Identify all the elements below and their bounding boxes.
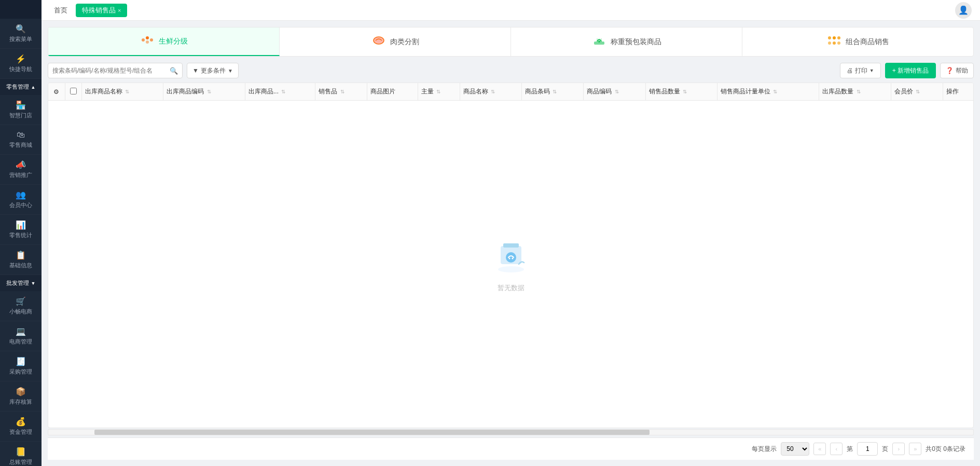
help-button[interactable]: ❓ 帮助	[940, 63, 974, 78]
scrollbar-thumb[interactable]	[94, 430, 650, 435]
cat-label-combo: 组合商品销售	[846, 37, 889, 47]
sidebar-item-finance[interactable]: 💰 资金管理	[0, 412, 42, 442]
svg-point-1	[146, 36, 149, 39]
marketing-icon: 📣	[16, 160, 26, 170]
sidebar-item-retail-mgmt[interactable]: 零售管理 ▲	[0, 79, 42, 95]
table-wrapper: ⚙ 出库商品名称 ⇅ 出库商品编码 ⇅ 出库商品... ⇅	[48, 83, 974, 428]
page-size-select[interactable]: 50 10 20 100	[781, 442, 809, 456]
col-out-goods-spec[interactable]: 出库商品... ⇅	[245, 83, 315, 101]
svg-point-0	[142, 38, 145, 42]
basic-info-icon: 📋	[16, 250, 26, 260]
meat-cut-icon	[371, 35, 386, 48]
sidebar: 🔍 搜索菜单 ⚡ 快捷导航 零售管理 ▲ 🏪 智慧门店 🛍 零售商城 📣 营销推…	[0, 0, 42, 466]
close-tab-icon[interactable]: ×	[118, 7, 121, 13]
page-prev-button[interactable]: ‹	[830, 443, 843, 455]
user-avatar[interactable]: 👤	[955, 2, 972, 19]
col-goods-barcode[interactable]: 商品条码 ⇅	[522, 83, 584, 101]
sidebar-item-smart-store[interactable]: 🏪 智慧门店	[0, 95, 42, 125]
svg-point-20	[512, 258, 513, 259]
col-out-qty[interactable]: 出库品数量 ⇅	[819, 83, 891, 101]
svg-point-12	[828, 42, 831, 45]
sidebar-item-basic-info[interactable]: 📋 基础信息	[0, 245, 42, 275]
sort-icon: ⇅	[125, 89, 129, 94]
svg-point-4	[374, 37, 384, 44]
sidebar-item-inventory[interactable]: 📦 库存核算	[0, 381, 42, 412]
filter-button[interactable]: ▼ 更多条件 ▼	[187, 63, 239, 78]
col-sales-goods[interactable]: 销售品 ⇅	[315, 83, 367, 101]
tab-home[interactable]: 首页	[50, 4, 72, 17]
cat-label-fresh-grade: 生鲜分级	[159, 37, 188, 46]
print-button[interactable]: 🖨 打印 ▼	[840, 63, 881, 78]
sidebar-logo	[0, 0, 42, 19]
page-last-button[interactable]: »	[909, 443, 921, 455]
smart-store-icon: 🏪	[16, 100, 26, 110]
sidebar-item-member-center[interactable]: 👥 会员中心	[0, 185, 42, 215]
svg-point-6	[598, 40, 600, 43]
col-member-price[interactable]: 会员价 ⇅	[891, 83, 943, 101]
tab-special-sales[interactable]: 特殊销售品 ×	[76, 4, 127, 17]
page-label: 第	[847, 445, 853, 454]
col-out-goods-code[interactable]: 出库商品编码 ⇅	[163, 83, 245, 101]
page-next-button[interactable]: ›	[892, 443, 905, 455]
sort-icon: ⇅	[773, 89, 777, 94]
ecom-mgmt-icon: 💻	[16, 326, 26, 336]
col-goods-name[interactable]: 商品名称 ⇅	[460, 83, 521, 101]
sidebar-item-wholesale-mgmt[interactable]: 批发管理 ▼	[0, 275, 42, 291]
sort-icon: ⇅	[281, 89, 285, 94]
member-center-icon: 👥	[16, 190, 26, 200]
print-icon: 🖨	[847, 67, 853, 74]
sidebar-item-ledger[interactable]: 📒 总账管理	[0, 442, 42, 466]
toolbar-left: 🔍 ▼ 更多条件 ▼	[48, 63, 239, 78]
horizontal-scrollbar[interactable]	[48, 429, 974, 435]
page-number-input[interactable]	[857, 442, 878, 456]
toolbar: 🔍 ▼ 更多条件 ▼ 🖨 打印 ▼ + 新增销售品 ❓	[48, 63, 974, 78]
table-header-row: ⚙ 出库商品名称 ⇅ 出库商品编码 ⇅ 出库商品... ⇅	[48, 83, 973, 101]
sidebar-item-retail-mall[interactable]: 🛍 零售商城	[0, 125, 42, 155]
sidebar-item-mini-ecom[interactable]: 🛒 小畅电商	[0, 291, 42, 321]
data-table: ⚙ 出库商品名称 ⇅ 出库商品编码 ⇅ 出库商品... ⇅	[48, 83, 973, 101]
svg-point-13	[833, 42, 836, 45]
cat-tab-combo[interactable]: 组合商品销售	[742, 28, 973, 56]
col-sales-qty[interactable]: 销售品数量 ⇅	[645, 83, 717, 101]
svg-rect-17	[503, 243, 519, 248]
sort-icon: ⇅	[857, 89, 861, 94]
sidebar-item-search[interactable]: 🔍 搜索菜单	[0, 19, 42, 49]
sidebar-item-purchase-mgmt[interactable]: 🧾 采购管理	[0, 351, 42, 381]
col-weight[interactable]: 主量 ⇅	[418, 83, 460, 101]
category-tabs: 生鲜分级 肉类分割	[48, 27, 974, 57]
fresh-grade-icon	[140, 35, 155, 48]
sidebar-item-retail-stats[interactable]: 📊 零售统计	[0, 215, 42, 245]
col-settings[interactable]: ⚙	[48, 83, 65, 101]
svg-point-18	[506, 252, 516, 263]
search-input[interactable]	[52, 67, 170, 74]
per-page-label: 每页显示	[752, 445, 777, 454]
svg-point-9	[828, 36, 831, 39]
sidebar-item-ecom-mgmt[interactable]: 💻 电商管理	[0, 321, 42, 351]
sort-icon: ⇅	[491, 89, 495, 94]
main-content: 首页 特殊销售品 × 👤	[42, 0, 980, 466]
sort-icon: ⇅	[553, 89, 557, 94]
col-checkbox[interactable]	[65, 83, 81, 101]
col-goods-num[interactable]: 商品编码 ⇅	[584, 83, 645, 101]
search-box[interactable]: 🔍	[48, 63, 183, 78]
cat-tab-weigh-pack[interactable]: 称重预包装商品	[511, 28, 742, 56]
mini-ecom-icon: 🛒	[16, 296, 26, 306]
col-out-goods-name[interactable]: 出库商品名称 ⇅	[81, 83, 163, 101]
sidebar-item-marketing[interactable]: 📣 营销推广	[0, 155, 42, 185]
print-chevron-icon: ▼	[869, 68, 874, 73]
search-icon[interactable]: 🔍	[170, 67, 178, 75]
svg-point-2	[150, 38, 153, 42]
select-all-checkbox[interactable]	[70, 88, 77, 94]
col-sales-unit[interactable]: 销售商品计量单位 ⇅	[717, 83, 819, 101]
inventory-icon: 📦	[16, 387, 26, 396]
cat-tab-meat-cut[interactable]: 肉类分割	[280, 28, 511, 56]
table-footer: 每页显示 50 10 20 100 « ‹ 第 页 › » 共0页 0条记录	[48, 437, 974, 460]
search-menu-icon: 🔍	[16, 24, 26, 34]
empty-icon	[490, 236, 532, 277]
new-sales-button[interactable]: + 新增销售品	[885, 63, 936, 78]
sidebar-item-quick-nav[interactable]: ⚡ 快捷导航	[0, 49, 42, 79]
cat-tab-fresh-grade[interactable]: 生鲜分级	[48, 28, 280, 56]
svg-point-10	[833, 36, 836, 39]
chevron-filter-icon: ▼	[228, 68, 233, 74]
page-first-button[interactable]: «	[813, 443, 826, 455]
